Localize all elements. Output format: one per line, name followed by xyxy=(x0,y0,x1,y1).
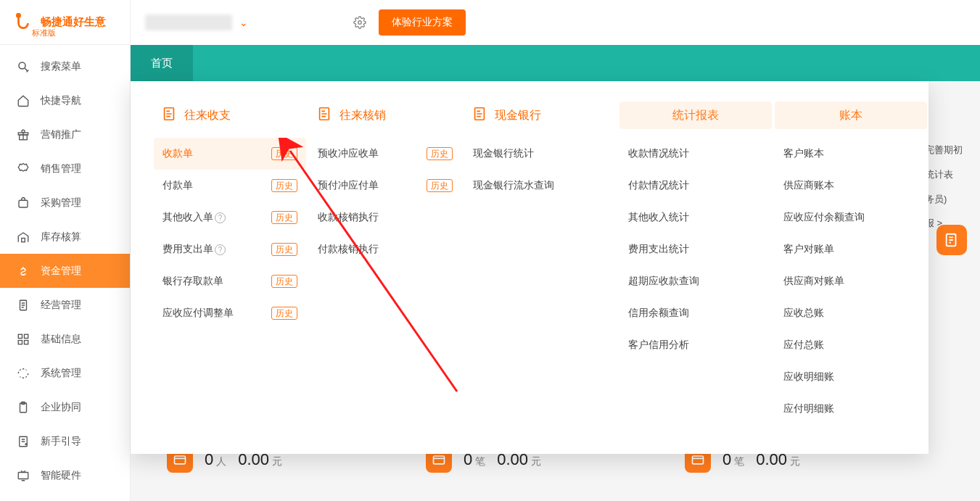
svg-rect-5 xyxy=(22,238,25,241)
menu-item-label: 费用支出单? xyxy=(162,243,226,256)
mega-menu-item[interactable]: 供应商对账单 xyxy=(775,265,927,297)
mega-menu-item[interactable]: 应收明细账 xyxy=(775,361,927,393)
history-tag[interactable]: 历史 xyxy=(271,211,297,224)
menu-item-label: 付款情况统计 xyxy=(628,179,689,192)
sidebar-item-hardware[interactable]: 智能硬件 xyxy=(0,458,130,492)
sidebar-item-label: 新手引导 xyxy=(41,435,81,448)
chevron-down-icon: ⌄ xyxy=(239,17,248,28)
menu-item-label: 付款单 xyxy=(162,179,193,192)
mega-menu-item[interactable]: 应付明细账 xyxy=(775,393,927,425)
doc-icon xyxy=(16,298,30,312)
menu-item-label: 应收总账 xyxy=(783,307,824,320)
history-tag[interactable]: 历史 xyxy=(271,147,297,160)
guide-icon xyxy=(16,434,30,449)
clipboard-icon xyxy=(16,400,30,415)
org-name-redacted xyxy=(145,15,232,30)
svg-rect-22 xyxy=(434,456,445,464)
mega-menu-list: 现金银行统计现金银行流水查询 xyxy=(464,138,617,202)
mega-menu-item[interactable]: 付款单历史 xyxy=(154,170,306,202)
history-tag[interactable]: 历史 xyxy=(271,275,297,288)
menu-item-label: 现金银行流水查询 xyxy=(473,179,554,192)
history-tag[interactable]: 历史 xyxy=(271,307,297,320)
sidebar-item-basic[interactable]: 基础信息 xyxy=(0,322,130,356)
mega-menu-item[interactable]: 付款情况统计 xyxy=(619,170,772,202)
sidebar: 畅捷通好生意 标准版 搜索菜单快捷导航营销推广销售管理采购管理库存核算资金管理经… xyxy=(0,0,131,501)
sidebar-item-inventory[interactable]: 库存核算 xyxy=(0,220,130,254)
stock-icon xyxy=(16,230,30,244)
history-tag[interactable]: 历史 xyxy=(427,147,453,160)
settings-icon[interactable] xyxy=(351,14,368,31)
sidebar-item-operation[interactable]: 经营管理 xyxy=(0,288,130,322)
help-icon[interactable]: ? xyxy=(215,244,226,255)
history-tag[interactable]: 历史 xyxy=(427,179,453,192)
mega-menu-item[interactable]: 现金银行流水查询 xyxy=(464,170,617,202)
mega-menu-list: 收款情况统计付款情况统计其他收入统计费用支出统计超期应收款查询信用余额查询客户信… xyxy=(619,138,772,361)
mega-menu-item[interactable]: 客户对账单 xyxy=(775,233,927,265)
svg-rect-21 xyxy=(175,456,186,464)
money-icon xyxy=(16,264,30,278)
mega-column-header: 往来核销 xyxy=(309,102,461,129)
mega-menu-item[interactable]: 收款情况统计 xyxy=(619,138,772,170)
menu-item-label: 应收应付调整单 xyxy=(162,307,234,320)
sidebar-item-search[interactable]: 搜索菜单 xyxy=(0,49,130,83)
grid-icon xyxy=(16,332,30,347)
sidebar-item-purchase[interactable]: 采购管理 xyxy=(0,186,130,220)
mega-menu-item[interactable]: 收款核销执行 xyxy=(309,202,461,233)
history-tag[interactable]: 历史 xyxy=(271,179,297,192)
sidebar-item-quick-nav[interactable]: 快捷导航 xyxy=(0,83,130,117)
mega-menu-item[interactable]: 供应商账本 xyxy=(775,170,927,202)
mega-menu-item[interactable]: 付款核销执行 xyxy=(309,233,461,265)
sidebar-item-label: 资金管理 xyxy=(41,265,81,278)
sidebar-item-label: 库存核算 xyxy=(41,231,81,244)
org-selector[interactable]: ⌄ xyxy=(145,15,341,30)
mega-menu-item[interactable]: 其他收入统计 xyxy=(619,202,772,233)
document-icon xyxy=(472,106,487,125)
mega-column-header: 现金银行 xyxy=(464,102,617,129)
mega-menu-item[interactable]: 应收总账 xyxy=(775,297,927,329)
history-tag[interactable]: 历史 xyxy=(271,243,297,256)
brand-edition: 标准版 xyxy=(32,28,56,38)
mega-menu-item[interactable]: 其他收入单?历史 xyxy=(154,202,306,233)
menu-item-label: 应付总账 xyxy=(783,339,824,352)
sidebar-item-finance[interactable]: 资金管理 xyxy=(0,254,130,288)
mega-menu-item[interactable]: 应付总账 xyxy=(775,329,927,361)
mega-column-header: 统计报表 xyxy=(619,102,772,129)
mega-menu-item[interactable]: 应收应付余额查询 xyxy=(775,202,927,233)
menu-item-label: 客户信用分析 xyxy=(628,339,689,352)
menu-item-label: 其他收入单? xyxy=(162,211,226,224)
mega-menu-item[interactable]: 预付冲应付单历史 xyxy=(309,170,461,202)
mega-menu-item[interactable]: 收款单历史 xyxy=(154,138,306,170)
cta-button[interactable]: 体验行业方案 xyxy=(379,9,466,36)
document-icon xyxy=(316,106,332,125)
menu-item-label: 收款核销执行 xyxy=(318,211,379,224)
mega-menu-item[interactable]: 现金银行统计 xyxy=(464,138,617,170)
mega-menu-item[interactable]: 超期应收款查询 xyxy=(619,265,772,297)
sidebar-item-guide[interactable]: 新手引导 xyxy=(0,424,130,458)
mega-menu-item[interactable]: 客户信用分析 xyxy=(619,329,772,361)
menu-item-label: 供应商对账单 xyxy=(783,275,844,288)
svg-rect-10 xyxy=(25,340,28,344)
sidebar-item-label: 经营管理 xyxy=(41,299,81,312)
help-icon[interactable]: ? xyxy=(215,212,226,223)
sidebar-item-marketing[interactable]: 营销推广 xyxy=(0,117,130,152)
mega-menu-item[interactable]: 信用余额查询 xyxy=(619,297,772,329)
mega-menu-item[interactable]: 银行存取款单历史 xyxy=(154,265,306,297)
sidebar-item-system[interactable]: 系统管理 xyxy=(0,356,130,390)
sidebar-item-label: 智能硬件 xyxy=(41,469,81,482)
mega-menu-item[interactable]: 预收冲应收单历史 xyxy=(309,138,461,170)
menu-item-label: 超期应收款查询 xyxy=(628,275,699,288)
partial-text: 务员) xyxy=(925,187,980,212)
sidebar-item-collab[interactable]: 企业协同 xyxy=(0,390,130,424)
mega-column-header: 往来收支 xyxy=(154,102,306,129)
mega-menu-item[interactable]: 费用支出单?历史 xyxy=(154,233,306,265)
sidebar-item-label: 快捷导航 xyxy=(41,94,81,107)
right-float-badge-icon[interactable] xyxy=(936,225,967,255)
sidebar-item-sales[interactable]: 销售管理 xyxy=(0,152,130,186)
mega-column: 账本客户账本供应商账本应收应付余额查询客户对账单供应商对账单应收总账应付总账应收… xyxy=(775,102,927,425)
tab-home[interactable]: 首页 xyxy=(131,45,193,81)
svg-rect-4 xyxy=(19,200,28,207)
sidebar-item-label: 系统管理 xyxy=(41,367,81,380)
mega-menu-item[interactable]: 应收应付调整单历史 xyxy=(154,297,306,329)
mega-menu-item[interactable]: 费用支出统计 xyxy=(619,233,772,265)
mega-menu-item[interactable]: 客户账本 xyxy=(775,138,927,170)
